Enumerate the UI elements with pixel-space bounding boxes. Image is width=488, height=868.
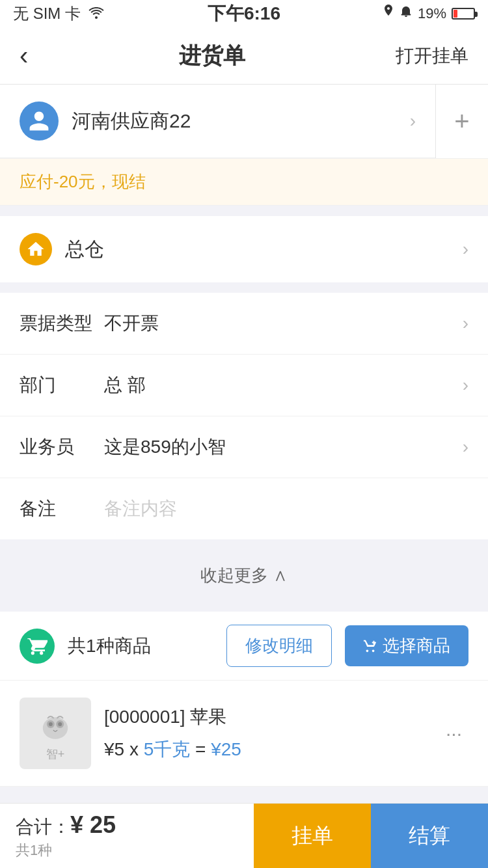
products-header: 共1种商品 修改明细 选择商品: [0, 612, 488, 681]
product-more-button[interactable]: ···: [439, 716, 468, 751]
department-value: 总 部: [104, 373, 463, 398]
remark-row[interactable]: 备注 备注内容: [0, 478, 488, 539]
invoice-type-row[interactable]: 票据类型 不开票 ›: [0, 293, 488, 355]
department-row[interactable]: 部门 总 部 ›: [0, 355, 488, 416]
open-pending-button[interactable]: 打开挂单: [396, 44, 468, 68]
back-button[interactable]: ‹: [20, 41, 28, 70]
department-label: 部门: [20, 373, 104, 398]
collapse-button[interactable]: 收起更多 ∧: [0, 550, 488, 601]
warehouse-icon: [20, 233, 52, 265]
svg-point-4: [58, 722, 62, 726]
warehouse-row[interactable]: 总仓 ›: [0, 216, 488, 282]
svg-point-3: [49, 722, 53, 726]
alarm-icon: [400, 5, 413, 22]
wifi-icon: [87, 5, 105, 23]
location-icon: [383, 5, 394, 23]
product-thumbnail: 智+: [20, 698, 91, 769]
invoice-type-label: 票据类型: [20, 311, 104, 336]
payment-notice: 应付-20元，现结: [0, 159, 488, 206]
warehouse-section: 总仓 ›: [0, 216, 488, 282]
department-chevron-icon: ›: [463, 375, 468, 396]
total-label: 合计：: [16, 815, 70, 839]
battery-percent: 19%: [418, 5, 446, 22]
salesperson-value: 这是859的小智: [104, 435, 463, 459]
supplier-avatar: [20, 102, 59, 141]
select-product-label: 选择商品: [383, 634, 450, 657]
pending-button[interactable]: 挂单: [254, 804, 371, 868]
products-count: 共1种商品: [68, 634, 213, 658]
carrier-label: 无 SIM 卡: [13, 3, 81, 24]
salesperson-label: 业务员: [20, 435, 104, 459]
salesperson-chevron-icon: ›: [463, 437, 468, 457]
remark-label: 备注: [20, 496, 104, 521]
status-bar: 无 SIM 卡 下午6:16 19%: [0, 0, 488, 27]
status-time: 下午6:16: [208, 1, 280, 26]
battery-icon: [452, 8, 475, 20]
add-supplier-button[interactable]: +: [436, 85, 488, 158]
status-left: 无 SIM 卡: [13, 3, 105, 24]
products-icon: [20, 629, 55, 664]
supplier-name: 河南供应商22: [72, 108, 410, 135]
total-count: 共1种: [16, 841, 238, 860]
product-brand-label: 智+: [46, 746, 65, 762]
invoice-type-chevron-icon: ›: [463, 313, 468, 334]
product-info: [0000001] 苹果 ¥5 x 5千克 = ¥25: [104, 705, 426, 762]
svg-point-0: [43, 717, 68, 739]
product-name: [0000001] 苹果: [104, 705, 426, 729]
supplier-row[interactable]: 河南供应商22 ›: [0, 85, 435, 158]
remark-input[interactable]: 备注内容: [104, 496, 468, 521]
salesperson-row[interactable]: 业务员 这是859的小智 ›: [0, 416, 488, 478]
invoice-type-value: 不开票: [104, 311, 463, 336]
product-item: 智+ [0000001] 苹果 ¥5 x 5千克 = ¥25 ···: [0, 681, 488, 787]
warehouse-chevron-icon: ›: [463, 239, 468, 260]
product-price: ¥5 x 5千克 = ¥25: [104, 737, 426, 762]
supplier-section: 河南供应商22 › + 应付-20元，现结: [0, 85, 488, 206]
page-title: 进货单: [179, 41, 245, 71]
status-right: 19%: [383, 5, 475, 23]
edit-detail-button[interactable]: 修改明细: [226, 625, 332, 667]
nav-bar: ‹ 进货单 打开挂单: [0, 27, 488, 85]
select-product-button[interactable]: 选择商品: [345, 625, 468, 666]
product-total: ¥25: [211, 739, 241, 759]
bottom-bar: 合计： ¥ 25 共1种 挂单 结算: [0, 803, 488, 868]
total-value: ¥ 25: [70, 811, 116, 839]
product-qty: 5千克: [144, 739, 191, 759]
supplier-chevron-icon: ›: [410, 111, 416, 131]
warehouse-name: 总仓: [65, 236, 463, 263]
total-section: 合计： ¥ 25 共1种: [0, 804, 254, 868]
products-section: 共1种商品 修改明细 选择商品 智+ [0000001] 苹果: [0, 612, 488, 787]
checkout-button[interactable]: 结算: [371, 804, 488, 868]
form-section: 票据类型 不开票 › 部门 总 部 › 业务员 这是859的小智 › 备注 备注…: [0, 293, 488, 539]
